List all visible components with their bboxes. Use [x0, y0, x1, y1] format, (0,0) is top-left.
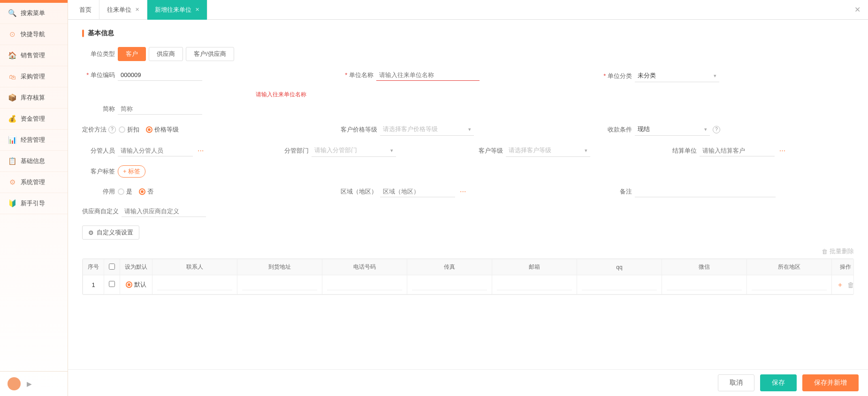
- sidebar-item-label: 基础信息: [21, 157, 45, 165]
- cancel-button[interactable]: 取消: [718, 374, 754, 391]
- payment-terms-select[interactable]: 现结 ▾: [635, 123, 710, 136]
- department-placeholder: 请输入分管部门: [314, 146, 388, 155]
- sidebar-item-guide[interactable]: 🔰 新手引导: [0, 193, 68, 214]
- email-input[interactable]: [497, 279, 572, 290]
- manager-input[interactable]: [118, 145, 193, 156]
- unit-category-group: 单位分类 未分类 ▾: [599, 70, 854, 82]
- unit-code-input[interactable]: [118, 70, 202, 81]
- sidebar-item-label: 系统管理: [21, 178, 45, 186]
- sidebar-item-basic[interactable]: 📋 基础信息: [0, 151, 68, 172]
- sidebar-item-quick-nav[interactable]: ⊙ 快捷导航: [0, 24, 68, 45]
- unit-name-error: 请输入往来单位名称: [256, 91, 306, 98]
- remark-input[interactable]: [635, 186, 776, 197]
- unit-info-row: 单位编码 单位名称 单位分类 未分类 ▾: [82, 70, 854, 82]
- cell-fax[interactable]: [407, 275, 492, 295]
- region-more-btn[interactable]: ···: [458, 187, 468, 196]
- sidebar-item-inventory[interactable]: 📦 库存核算: [0, 87, 68, 109]
- default-label: 默认: [134, 280, 146, 289]
- disabled-yes-circle: [118, 188, 124, 195]
- department-select[interactable]: 请输入分管部门 ▾: [312, 144, 396, 157]
- payment-help-icon[interactable]: ?: [713, 126, 720, 133]
- pricing-radio-discount[interactable]: 折扣: [119, 125, 139, 134]
- avatar[interactable]: [8, 377, 21, 390]
- cell-address[interactable]: [237, 275, 322, 295]
- money-icon: 💰: [8, 114, 17, 124]
- tab-partners-close[interactable]: ✕: [135, 7, 139, 13]
- col-email: 邮箱: [492, 259, 577, 275]
- sidebar-item-system[interactable]: ⚙ 系统管理: [0, 172, 68, 193]
- custom-settings-label: 自定义项设置: [97, 228, 133, 237]
- settlement-input[interactable]: [700, 145, 775, 156]
- pricing-radio-group: 折扣 价格等级: [119, 125, 179, 134]
- customer-level-select[interactable]: 请选择客户等级 ▾: [506, 144, 590, 157]
- settlement-more-btn[interactable]: ···: [777, 147, 787, 155]
- tab-partners-label: 往来单位: [107, 6, 131, 14]
- col-checkbox: [104, 259, 120, 275]
- footer: 取消 保存 保存并新增: [68, 369, 868, 396]
- tab-partners[interactable]: 往来单位 ✕: [99, 0, 147, 20]
- unit-name-group: 单位名称: [341, 70, 595, 81]
- unit-name-input[interactable]: [376, 70, 480, 81]
- col-wechat: 微信: [662, 259, 747, 275]
- sidebar-item-label: 销售管理: [21, 51, 45, 60]
- phone-input[interactable]: [327, 279, 402, 290]
- add-row-btn[interactable]: ＋: [837, 280, 844, 289]
- custom-settings-btn[interactable]: ⚙ 自定义项设置: [82, 225, 139, 240]
- cell-wechat[interactable]: [662, 275, 747, 295]
- customer-price-level-select[interactable]: 请选择客户价格等级 ▾: [380, 123, 474, 136]
- contact-input[interactable]: [157, 279, 232, 290]
- disabled-no[interactable]: 否: [139, 187, 153, 196]
- section-header: 基本信息: [82, 29, 854, 38]
- unit-category-select[interactable]: 未分类 ▾: [635, 70, 719, 82]
- wechat-input[interactable]: [667, 279, 742, 290]
- save-button[interactable]: 保存: [760, 374, 797, 391]
- select-all-checkbox[interactable]: [109, 264, 115, 270]
- cell-email[interactable]: [492, 275, 577, 295]
- unit-name-error-row: 请输入往来单位名称: [82, 91, 854, 99]
- sidebar-item-purchase[interactable]: 🛍 采购管理: [0, 66, 68, 87]
- disabled-yes-label: 是: [126, 187, 132, 196]
- tab-new-partner-close[interactable]: ✕: [195, 7, 199, 13]
- row-checkbox[interactable]: [109, 281, 115, 287]
- region-cell-input[interactable]: [752, 279, 827, 290]
- short-name-row: 简称: [82, 103, 854, 115]
- sidebar-item-ops[interactable]: 📊 经营管理: [0, 130, 68, 151]
- pricing-help-icon[interactable]: ?: [108, 126, 116, 133]
- unit-type-supplier-btn[interactable]: 供应商: [149, 47, 183, 61]
- contacts-table-container: 序号 设为默认 联系人 到货地址 电话号码 传真 邮箱 qq 微信 所在地区: [82, 258, 854, 295]
- unit-type-customer-btn[interactable]: 客户: [118, 47, 146, 61]
- unit-code-group: 单位编码: [82, 70, 337, 81]
- short-name-input[interactable]: [118, 103, 202, 115]
- tab-home-label: 首页: [79, 6, 91, 14]
- sidebar-item-sales[interactable]: 🏠 销售管理: [0, 45, 68, 66]
- unit-type-both-btn[interactable]: 客户/供应商: [186, 47, 234, 61]
- tab-home[interactable]: 首页: [72, 0, 99, 20]
- cell-region[interactable]: [747, 275, 832, 295]
- disabled-label: 停用: [82, 187, 115, 196]
- address-input[interactable]: [242, 279, 317, 290]
- cell-contact[interactable]: [152, 275, 237, 295]
- expand-icon[interactable]: ▶: [23, 378, 35, 389]
- sidebar-item-finance[interactable]: 💰 资金管理: [0, 109, 68, 130]
- cell-qq[interactable]: [577, 275, 662, 295]
- tab-new-partner[interactable]: 新增往来单位 ✕: [147, 0, 207, 20]
- batch-delete-btn[interactable]: 🗑 批量删除: [82, 247, 854, 256]
- supplier-custom-input[interactable]: [122, 206, 206, 217]
- manager-more-btn[interactable]: ···: [196, 147, 206, 155]
- region-input[interactable]: [380, 186, 455, 197]
- close-all-tabs[interactable]: ✕: [851, 5, 864, 14]
- sidebar-item-search[interactable]: 🔍 搜索菜单: [0, 3, 68, 24]
- qq-input[interactable]: [582, 279, 657, 290]
- delete-row-btn[interactable]: 🗑: [847, 281, 854, 289]
- cell-phone[interactable]: [322, 275, 407, 295]
- save-new-button[interactable]: 保存并新增: [802, 374, 859, 391]
- default-radio[interactable]: 默认: [125, 280, 147, 289]
- manager-row: 分管人员 ··· 分管部门 请输入分管部门 ▾ 客户等级 请选择客户等级 ▾ 结…: [82, 144, 854, 157]
- disabled-yes[interactable]: 是: [118, 187, 132, 196]
- pricing-radio-level[interactable]: 价格等级: [146, 125, 179, 134]
- unit-category-value: 未分类: [638, 71, 712, 80]
- gear-icon: ⚙: [8, 178, 17, 187]
- add-tag-btn[interactable]: + 标签: [118, 165, 145, 178]
- discount-radio-circle: [119, 126, 125, 133]
- fax-input[interactable]: [412, 279, 487, 290]
